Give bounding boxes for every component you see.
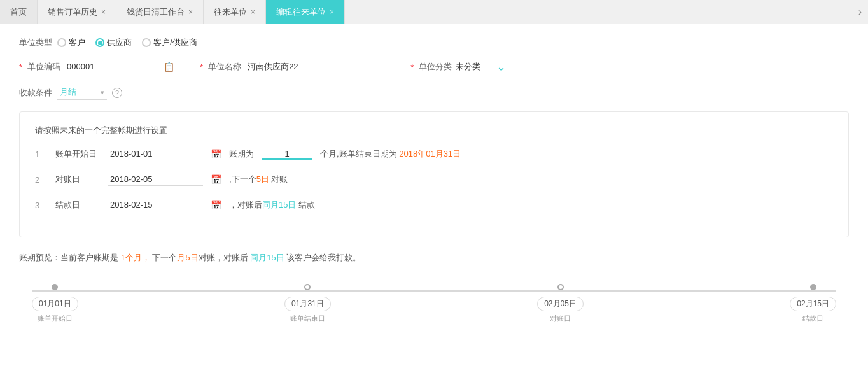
timeline-date-0: 01月01日 [32, 297, 78, 311]
tab-sales-history[interactable]: 销售订单历史 × [38, 0, 116, 24]
tab-sales-history-close[interactable]: × [101, 8, 106, 17]
unit-category-value: 未分类 [456, 61, 494, 73]
period-suffix-after: 个月,账单结束日期为 2018年01月31日 [320, 148, 461, 160]
radio-customer-label: 客户 [69, 37, 85, 48]
payment-day-highlight: 同月15日 [262, 200, 296, 209]
unit-name-field: * 单位名称 [200, 60, 385, 73]
preview-part2-highlight: 月5日 [177, 253, 198, 262]
tab-home-label: 首页 [10, 6, 27, 18]
unit-type-label: 单位类型 [19, 37, 52, 48]
payment-date-input[interactable] [108, 199, 203, 211]
tab-home[interactable]: 首页 [0, 0, 38, 24]
unit-name-label: 单位名称 [208, 61, 241, 73]
radio-both-circle [142, 38, 151, 47]
unit-code-label: 单位编码 [27, 61, 60, 73]
payment-date-calendar-icon[interactable]: 📅 [211, 200, 221, 210]
section-title: 请按照未来的一个完整帐期进行设置 [35, 125, 833, 136]
period-row-2: 2 对账日 📅 ,下一个5日 对账 [35, 173, 833, 186]
payment-terms-chevron-icon: ▾ [101, 88, 104, 97]
timeline-point-1: 01月31日账单结束日 [284, 284, 331, 323]
tab-cash-work-label: 钱货日清工作台 [127, 6, 185, 18]
period-suffix-before: 账期为 [229, 148, 254, 160]
period-label-1: 账单开始日 [55, 148, 100, 160]
start-date-calendar-icon[interactable]: 📅 [211, 149, 221, 159]
timeline-date-3: 02月15日 [790, 297, 836, 311]
preview-part2-suffix: 对账，对账后 [199, 253, 248, 262]
unit-type-radio-group: 客户 供应商 客户/供应商 [57, 37, 197, 48]
period-row-1: 1 账单开始日 📅 账期为 个月,账单结束日期为 2018年01月31日 [35, 148, 833, 160]
tab-edit-partner-label: 编辑往来单位 [276, 6, 326, 18]
period-section: 请按照未来的一个完整帐期进行设置 1 账单开始日 📅 账期为 个月,账单结束日期… [19, 111, 849, 237]
unit-code-field: * 单位编码 📋 [19, 60, 174, 73]
radio-both[interactable]: 客户/供应商 [142, 37, 197, 48]
preview-part3-suffix: 该客户会给我打款。 [286, 253, 361, 262]
preview-part1: 1个月， [121, 253, 150, 262]
tab-cash-work-close[interactable]: × [188, 8, 193, 17]
timeline-point-2: 02月05日对账日 [537, 284, 584, 323]
radio-supplier-label: 供应商 [107, 37, 132, 48]
timeline-points: 01月01日账单开始日01月31日账单结束日02月05日对账日02月15日结款日 [32, 284, 836, 323]
unit-info-row: * 单位编码 📋 * 单位名称 * 单位分类 未分类 ⌄ [19, 60, 849, 74]
tab-edit-partner[interactable]: 编辑往来单位 × [266, 0, 345, 24]
payment-terms-help-icon[interactable]: ? [112, 88, 122, 98]
unit-category-star: * [410, 62, 414, 72]
tab-sales-history-label: 销售订单历史 [48, 6, 97, 18]
reconcile-date-calendar-icon[interactable]: 📅 [211, 174, 221, 185]
period-label-2: 对账日 [55, 174, 100, 185]
unit-code-input[interactable] [64, 60, 160, 73]
timeline-point-3: 02月15日结款日 [790, 284, 836, 323]
tab-overflow-button[interactable]: › [852, 0, 868, 24]
timeline-sublabel-2: 对账日 [550, 314, 571, 323]
radio-supplier-circle [95, 38, 104, 47]
payment-terms-row: 收款条件 月结 ▾ ? [19, 85, 849, 100]
timeline-date-2: 02月05日 [537, 297, 584, 311]
radio-both-label: 客户/供应商 [153, 37, 197, 48]
unit-code-calendar-icon[interactable]: 📋 [164, 62, 174, 72]
tab-partner-close[interactable]: × [251, 8, 255, 17]
unit-name-star: * [200, 62, 203, 72]
unit-category-chevron-icon: ⌄ [496, 60, 506, 74]
reconcile-day-highlight: 5日 [256, 174, 269, 184]
timeline: 01月01日账单开始日01月31日账单结束日02月05日对账日02月15日结款日 [19, 278, 849, 342]
unit-code-star: * [19, 62, 22, 72]
tab-partner[interactable]: 往来单位 × [204, 0, 266, 24]
preview-text: 账期预览：当前客户账期是 1个月， 下一个月5日对账，对账后 同月15日 该客户… [19, 250, 849, 265]
month-input[interactable] [262, 149, 312, 160]
timeline-date-1: 01月31日 [284, 297, 331, 311]
end-date-highlight: 2018年01月31日 [399, 149, 461, 158]
preview-label: 账期预览：当前客户账期是 [19, 253, 118, 262]
preview-part3-highlight: 同月15日 [250, 253, 284, 262]
period-label-3: 结款日 [55, 199, 100, 211]
payment-terms-value: 月结 [60, 87, 98, 98]
period-num-1: 1 [35, 150, 48, 159]
reconcile-desc: ,下一个5日 对账 [229, 174, 288, 185]
tab-partner-label: 往来单位 [214, 6, 247, 18]
tab-cash-work[interactable]: 钱货日清工作台 × [116, 0, 204, 24]
reconcile-date-input[interactable] [108, 173, 203, 186]
radio-customer[interactable]: 客户 [57, 37, 85, 48]
unit-type-row: 单位类型 客户 供应商 客户/供应商 [19, 37, 849, 48]
radio-supplier[interactable]: 供应商 [95, 37, 132, 48]
unit-category-field: * 单位分类 未分类 ⌄ [410, 60, 506, 74]
period-num-3: 3 [35, 201, 48, 210]
period-num-2: 2 [35, 175, 48, 185]
timeline-sublabel-1: 账单结束日 [290, 314, 325, 323]
timeline-sublabel-0: 账单开始日 [38, 314, 73, 323]
preview-part2-prefix: 下一个 [152, 253, 177, 262]
radio-customer-circle [57, 38, 66, 47]
page-content: 单位类型 客户 供应商 客户/供应商 * 单位编码 📋 * 单位名称 [0, 24, 868, 387]
timeline-point-0: 01月01日账单开始日 [32, 284, 78, 323]
unit-name-input[interactable] [245, 60, 385, 73]
tab-bar: 首页 销售订单历史 × 钱货日清工作台 × 往来单位 × 编辑往来单位 × › [0, 0, 868, 24]
start-date-input[interactable] [108, 148, 203, 160]
payment-terms-select[interactable]: 月结 ▾ [57, 85, 107, 100]
unit-category-label: 单位分类 [419, 61, 452, 73]
timeline-sublabel-3: 结款日 [802, 314, 823, 323]
tab-edit-partner-close[interactable]: × [330, 8, 334, 17]
period-row-3: 3 结款日 📅 ，对账后同月15日 结款 [35, 199, 833, 211]
unit-category-select[interactable]: 未分类 ⌄ [456, 60, 506, 74]
payment-desc: ，对账后同月15日 结款 [229, 199, 315, 211]
payment-terms-label: 收款条件 [19, 87, 52, 99]
